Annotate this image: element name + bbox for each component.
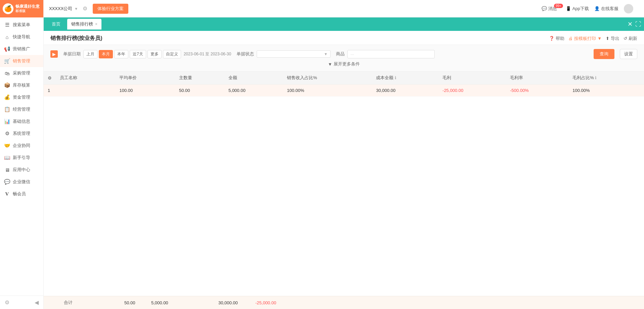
td-cost: 30,000.00	[372, 85, 438, 97]
sidebar-logo: 🍊 畅康通好生意 标准版	[0, 0, 43, 17]
trial-btn[interactable]: 体验行业方案	[93, 4, 128, 14]
message-badge: 99+	[554, 4, 563, 8]
tab-close-icon[interactable]: ×	[95, 22, 97, 27]
date-btn-this-month[interactable]: 本月	[99, 50, 113, 58]
sidebar-footer: ⚙ ◀	[0, 296, 43, 309]
filter-toggle-btn[interactable]: ▶	[50, 50, 58, 58]
print-btn[interactable]: 🖨 按模板打印 ▼	[568, 36, 602, 42]
logo-text: 畅康通好生意 标准版	[15, 4, 40, 13]
td-gross-rate: -500.00%	[506, 85, 568, 97]
sidebar-item-member[interactable]: V 畅会员	[0, 188, 43, 200]
th-cost: 成本全额 ℹ	[372, 71, 438, 85]
content: 销售排行榜(按业务员) ❓ 帮助 🖨 按模板打印 ▼ ⬆ 导出 ↺ 刷新	[44, 31, 644, 309]
message-icon: 💬	[542, 6, 547, 11]
query-btn[interactable]: 查询	[594, 49, 614, 59]
app-download-btn[interactable]: 📱 App下载	[566, 6, 589, 12]
inventory-icon: 📦	[4, 82, 10, 88]
online-service-btn[interactable]: 👤 在线客服	[594, 6, 618, 12]
topbar-gear-icon[interactable]: ⚙	[83, 5, 87, 12]
wechat-icon: 💬	[4, 179, 10, 185]
status-label: 单据状态	[237, 51, 254, 57]
service-icon: 👤	[594, 6, 600, 11]
td-avg-price: 100.00	[115, 85, 175, 97]
filter-bar: ▶ 单据日期 上月 本月 本年 近7天 更多 自定义 2023-06-01 至 …	[44, 45, 644, 71]
print-icon: 🖨	[568, 36, 573, 41]
gross-pct-info-icon[interactable]: ℹ	[595, 75, 597, 80]
ranking-table: ⚙ 员工名称 平均单价 主数量 全额 销售收入占比% 成本全额 ℹ 毛利 毛利率	[44, 71, 644, 97]
settings-icon[interactable]: ⚙	[5, 299, 9, 306]
company-arrow-icon: ▼	[74, 7, 78, 11]
date-buttons: 上月 本月 本年 近7天 更多 自定义	[83, 50, 181, 58]
main: XXXXX公司 ▼ ⚙ 体验行业方案 💬 消息 99+ 📱 App下载 👤 在线…	[44, 0, 644, 309]
sidebar-item-purchase[interactable]: 🛍 采购管理	[0, 67, 43, 79]
td-gross: -25,000.00	[438, 85, 506, 97]
date-btn-this-year[interactable]: 本年	[114, 50, 128, 58]
help-btn[interactable]: ❓ 帮助	[549, 36, 564, 42]
sidebar-item-marketing[interactable]: 📢 营销推广	[0, 43, 43, 55]
date-btn-custom[interactable]: 自定义	[163, 50, 181, 58]
tabbar-actions: ✕ ⛶	[628, 20, 641, 28]
table-header-row: ⚙ 员工名称 平均单价 主数量 全额 销售收入占比% 成本全额 ℹ 毛利 毛利率	[44, 71, 644, 85]
filter-status-group: 单据状态 ▼	[237, 50, 331, 58]
td-main-qty: 50.00	[175, 85, 224, 97]
footer-cost: 30,000.00	[214, 300, 251, 305]
tabbar-close-btn[interactable]: ✕	[628, 20, 633, 28]
th-main-qty: 主数量	[175, 71, 224, 85]
goods-input[interactable]: ···	[347, 50, 435, 58]
app-center-icon: 🖥	[4, 167, 10, 173]
member-icon: V	[4, 191, 10, 197]
goods-label: 商品	[336, 51, 345, 57]
sidebar-item-basic-info[interactable]: 📊 基础信息	[0, 115, 43, 127]
avatar[interactable]	[624, 4, 633, 13]
date-btn-last-month[interactable]: 上月	[83, 50, 97, 58]
sidebar-item-wechat[interactable]: 💬 企业微信	[0, 176, 43, 188]
filter-date-group: 单据日期 上月 本月 本年 近7天 更多 自定义 2023-06-01 至 20…	[63, 50, 231, 58]
date-btn-7days[interactable]: 近7天	[130, 50, 146, 58]
footer-amount: 5,000.00	[147, 300, 181, 305]
sidebar-item-operation[interactable]: 📋 经营管理	[0, 103, 43, 115]
marketing-icon: 📢	[4, 46, 10, 52]
th-settings[interactable]: ⚙	[44, 71, 56, 85]
tabbar: 首页 销售排行榜 × ✕ ⛶	[44, 17, 644, 31]
status-select[interactable]: ▼	[257, 50, 331, 58]
filter-goods-group: 商品 ···	[336, 50, 435, 58]
print-arrow-icon: ▼	[597, 36, 602, 41]
company-name: XXXXX公司	[49, 6, 72, 12]
sales-icon: 🛒	[4, 58, 10, 64]
th-amount: 全额	[224, 71, 283, 85]
table-row: 1 100.00 50.00 5,000.00 100.00% 30,000.0…	[44, 85, 644, 97]
tab-sales-ranking[interactable]: 销售排行榜 ×	[67, 19, 101, 30]
footer-label: 合计	[60, 300, 93, 306]
sidebar-item-search-order[interactable]: ☰ 搜索菜单	[0, 19, 43, 31]
message-btn[interactable]: 💬 消息 99+	[542, 6, 560, 12]
date-btn-more[interactable]: 更多	[147, 50, 162, 58]
basic-info-icon: 📊	[4, 118, 10, 124]
company-selector[interactable]: XXXXX公司 ▼	[49, 6, 78, 12]
refresh-btn[interactable]: ↺ 刷新	[624, 36, 637, 42]
sidebar-item-sales[interactable]: 🛒 销售管理	[0, 55, 43, 67]
export-btn[interactable]: ⬆ 导出	[606, 36, 619, 42]
sidebar-item-inventory[interactable]: 📦 库存核算	[0, 79, 43, 91]
goods-placeholder: ···	[350, 52, 354, 57]
sidebar-item-newbie[interactable]: 📖 新手引导	[0, 152, 43, 164]
collapse-icon[interactable]: ◀	[35, 299, 39, 306]
status-arrow-icon: ▼	[324, 52, 328, 56]
td-gross-pct: 100.00%	[568, 85, 644, 97]
td-amount: 5,000.00	[224, 85, 283, 97]
sidebar-item-quick-nav[interactable]: ⌂ 快捷导航	[0, 31, 43, 43]
sidebar-item-enterprise[interactable]: 🤝 企业协同	[0, 140, 43, 152]
cost-info-icon[interactable]: ℹ	[395, 75, 396, 80]
footer-gross: -25,000.00	[251, 300, 285, 305]
sidebar-item-finance[interactable]: 💰 资金管理	[0, 91, 43, 103]
th-avg-price: 平均单价	[115, 71, 175, 85]
tab-home[interactable]: 首页	[46, 17, 66, 31]
expand-more-btn[interactable]: ▼ 展开更多条件	[328, 61, 360, 67]
setting-btn[interactable]: 设置	[620, 49, 637, 59]
sidebar-item-system[interactable]: ⚙ 系统管理	[0, 127, 43, 140]
newbie-icon: 📖	[4, 155, 10, 161]
table-footer: 合计 50.00 5,000.00 30,000.00 -25,000.00	[44, 296, 644, 309]
sidebar-item-app-center[interactable]: 🖥 应用中心	[0, 164, 43, 176]
page-actions: ❓ 帮助 🖨 按模板打印 ▼ ⬆ 导出 ↺ 刷新	[549, 36, 637, 42]
export-icon: ⬆	[606, 36, 609, 41]
tabbar-expand-btn[interactable]: ⛶	[635, 21, 641, 28]
